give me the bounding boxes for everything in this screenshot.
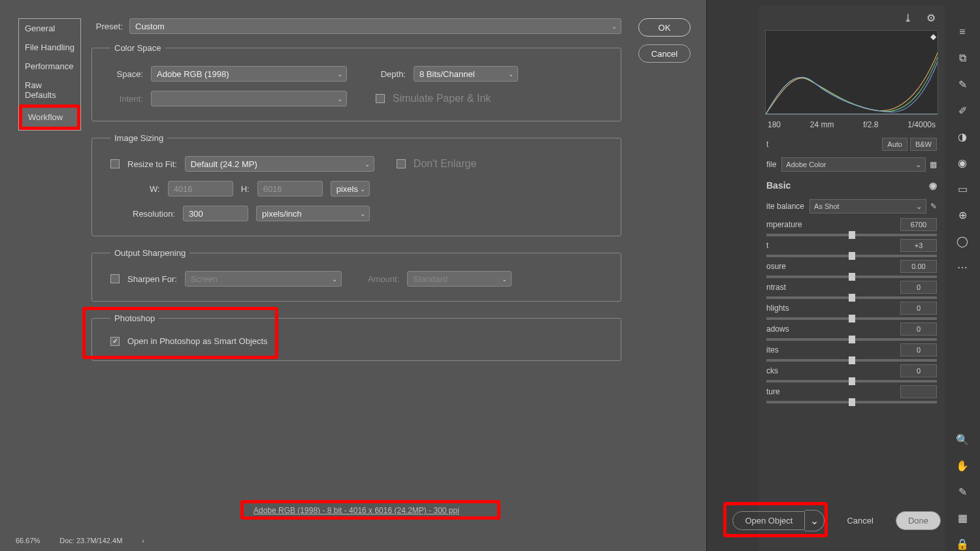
brush-icon[interactable]: ✎ — [955, 77, 970, 91]
pen-icon[interactable]: ✐ — [955, 103, 970, 118]
output-sharpening-legend: Output Sharpening — [110, 248, 189, 258]
h-label: H: — [241, 184, 250, 194]
depth-select[interactable]: 8 Bits/Channel⌄ — [414, 66, 518, 82]
wb-select[interactable]: As Shot⌄ — [809, 199, 926, 213]
cancel-button[interactable]: Cancel — [638, 44, 691, 63]
hand-icon[interactable]: ✋ — [955, 458, 970, 473]
gear-icon[interactable]: ⚙ — [924, 10, 938, 25]
tab-workflow[interactable]: Workflow — [19, 104, 80, 130]
preferences-content: Preset: Custom⌄ Color Space Space: Adobe… — [91, 18, 621, 492]
resize-label: Resize to Fit: — [127, 159, 177, 169]
preferences-tabs: General File Handling Performance Raw De… — [18, 18, 81, 131]
preferences-dialog: General File Handling Performance Raw De… — [0, 0, 707, 551]
tab-performance[interactable]: Performance — [19, 57, 80, 76]
image-sizing-group: Image Sizing Resize to Fit: Default (24.… — [91, 133, 621, 236]
done-button[interactable]: Done — [896, 511, 941, 530]
sharpen-select: Screen⌄ — [185, 271, 342, 287]
open-object-button[interactable]: Open Object — [732, 511, 805, 530]
h-input: 6016 — [257, 181, 323, 197]
slider-track[interactable] — [766, 401, 937, 403]
chevron-right-icon[interactable]: › — [142, 537, 144, 544]
sliders-icon[interactable]: ≡ — [955, 25, 970, 39]
slider-track[interactable] — [766, 338, 937, 341]
eye-icon[interactable]: ◉ — [929, 180, 937, 191]
sharpen-label: Sharpen For: — [127, 274, 177, 284]
histogram[interactable]: ◆ — [765, 30, 938, 115]
focal-value: 24 mm — [810, 120, 834, 129]
more-icon[interactable]: ⋯ — [955, 260, 970, 274]
sharpen-checkbox[interactable] — [110, 274, 120, 283]
preset-select[interactable]: Custom⌄ — [129, 18, 621, 34]
output-sharpening-group: Output Sharpening Sharpen For: Screen⌄ A… — [91, 248, 621, 302]
simulate-checkbox — [376, 94, 385, 103]
simulate-label: Simulate Paper & Ink — [393, 93, 491, 104]
cancel-bottom-button[interactable]: Cancel — [835, 512, 885, 529]
mask-icon[interactable]: ▭ — [955, 181, 970, 196]
slider-track[interactable] — [766, 359, 937, 362]
shape-icon[interactable]: ◯ — [955, 234, 970, 248]
smart-objects-label: Open in Photoshop as Smart Objects — [127, 336, 268, 346]
open-object-menu[interactable]: ⌄ — [805, 510, 825, 531]
target-icon[interactable]: ⊕ — [955, 208, 970, 222]
grid-icon[interactable]: ▦ — [930, 160, 937, 169]
crop-icon[interactable]: ⧉ — [955, 51, 970, 65]
iso-value: 180 — [768, 120, 781, 129]
preset-label: Preset: — [91, 22, 123, 31]
amount-select: Standard⌄ — [407, 271, 512, 287]
tab-raw-defaults[interactable]: Raw Defaults — [19, 76, 80, 104]
color-space-group: Color Space Space: Adobe RGB (1998)⌄ Dep… — [91, 43, 621, 121]
slider-track[interactable] — [766, 317, 937, 320]
clip-indicator-icon[interactable]: ◆ — [930, 32, 936, 41]
slider-track[interactable] — [766, 234, 937, 236]
slider-track[interactable] — [766, 380, 937, 383]
dont-enlarge-checkbox — [397, 159, 406, 168]
photoshop-group: Photoshop Open in Photoshop as Smart Obj… — [91, 313, 621, 361]
zoom-icon[interactable]: 🔍 — [955, 432, 970, 447]
tool-column: ≡ ⧉ ✎ ✐ ◑ ◉ ▭ ⊕ ◯ ⋯ 🔍 ✋ ✎ ▦ 🔒 — [945, 20, 980, 551]
dont-enlarge-label: Don't Enlarge — [414, 158, 476, 170]
space-label: Space: — [110, 69, 143, 79]
basic-section-title[interactable]: Basic — [766, 180, 791, 191]
grid-icon[interactable]: ▦ — [955, 511, 970, 525]
wb-label: ite balance — [766, 202, 804, 211]
sampler-icon[interactable]: ✎ — [955, 484, 970, 499]
w-input: 4016 — [168, 181, 233, 197]
zoom-value: 66.67% — [16, 537, 40, 544]
adjustments-panel: ⤓ ⚙ ◆ 180 24 mm f/2.8 1/4000s t Auto B&W… — [759, 5, 945, 551]
space-select[interactable]: Adobe RGB (1998)⌄ — [151, 66, 347, 82]
color-space-legend: Color Space — [110, 43, 165, 53]
auto-button[interactable]: Auto — [882, 138, 907, 151]
slider-track[interactable] — [766, 296, 937, 299]
edit-label: t — [766, 140, 768, 149]
smart-objects-checkbox[interactable] — [110, 337, 120, 346]
resize-checkbox[interactable] — [110, 159, 120, 168]
doc-size: Doc: 23.7M/142.4M — [59, 537, 122, 544]
status-bar: 66.67% Doc: 23.7M/142.4M › — [16, 533, 980, 548]
clone-icon[interactable]: ◑ — [955, 129, 970, 144]
resolution-input[interactable]: 300 — [183, 206, 248, 221]
intent-select: ⌄ — [151, 91, 347, 106]
export-icon[interactable]: ⤓ — [900, 10, 915, 25]
shutter-value: 1/4000s — [907, 120, 936, 129]
resolution-label: Resolution: — [133, 209, 175, 219]
bottom-actions: Open Object ⌄ Cancel Done — [732, 510, 941, 531]
slider-track[interactable] — [766, 255, 937, 257]
slider-track[interactable] — [766, 276, 937, 278]
aperture-value: f/2.8 — [863, 120, 878, 129]
tab-file-handling[interactable]: File Handling — [19, 38, 80, 57]
photoshop-legend: Photoshop — [110, 313, 159, 323]
profile-label: file — [766, 160, 776, 169]
photo-metadata: 180 24 mm f/2.8 1/4000s — [759, 115, 945, 134]
unit-select[interactable]: pixels⌄ — [331, 181, 370, 197]
bw-button[interactable]: B&W — [910, 138, 937, 151]
profile-select[interactable]: Adobe Color⌄ — [781, 157, 926, 172]
depth-label: Depth: — [368, 69, 406, 79]
resolution-unit-select[interactable]: pixels/inch⌄ — [256, 206, 370, 221]
redeye-icon[interactable]: ◉ — [955, 155, 970, 170]
ok-button[interactable]: OK — [638, 18, 691, 37]
resize-select[interactable]: Default (24.2 MP)⌄ — [185, 156, 374, 172]
tab-general[interactable]: General — [19, 19, 80, 38]
workflow-link[interactable]: Adobe RGB (1998) - 8 bit - 4016 x 6016 (… — [253, 504, 459, 516]
eyedropper-icon[interactable]: ✎ — [930, 202, 937, 211]
w-label: W: — [150, 184, 160, 194]
